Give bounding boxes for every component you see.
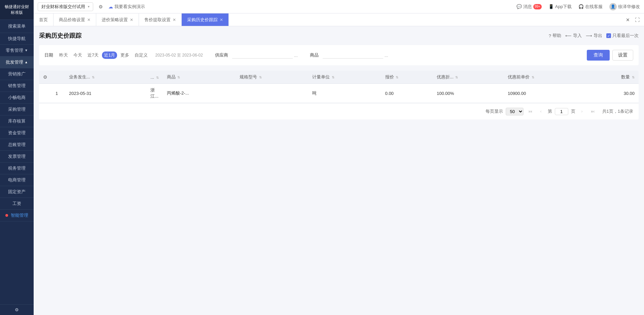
demo-link[interactable]: ☁ 我要看实例演示 <box>108 4 145 10</box>
table-header-date[interactable]: 业务发生... ⇅ <box>65 71 146 84</box>
table-header-goods[interactable]: 商品 ⇅ <box>163 71 236 84</box>
per-page-select[interactable]: 50 <box>506 108 524 115</box>
sidebar-item-ecom-small[interactable]: 小畅电商 <box>0 92 34 104</box>
table-header-spec[interactable]: 规格型号 ⇅ <box>236 71 308 84</box>
sidebar-item-quicknav[interactable]: 快捷导航 <box>0 33 34 45</box>
table-header-unit[interactable]: 计量单位 ⇅ <box>308 71 381 84</box>
sidebar-item-inventory[interactable]: 库存核算 <box>0 115 34 127</box>
gear-icon[interactable]: ⚙ <box>43 74 47 80</box>
tab-expand-button[interactable]: ⛶ <box>633 16 641 24</box>
sort-icon-qty: ⇅ <box>632 75 635 79</box>
page-header: 采购历史价跟踪 ? 帮助 ⟵ 导入 ⟶ 导出 ✓ <box>39 32 639 40</box>
tab-close-all-button[interactable]: ✕ <box>624 16 632 24</box>
supplier-input[interactable] <box>232 52 293 59</box>
table-header-more[interactable]: ... ⇅ <box>146 71 163 84</box>
sidebar-item-search[interactable]: 搜索菜单 <box>0 20 34 33</box>
row-date-cell: 2023-05-31 <box>65 84 146 103</box>
page-title: 采购历史价跟踪 <box>39 32 81 40</box>
row-qty-cell: 30.00 <box>587 84 639 103</box>
chevron-up-icon: ▲ <box>25 60 28 64</box>
sidebar-item-smart[interactable]: 智能管理 <box>0 210 34 221</box>
sort-icon-price: ⇅ <box>396 75 398 79</box>
message-button[interactable]: 💬 消息 99+ <box>516 4 542 10</box>
date-option-more[interactable]: 更多 <box>118 51 131 59</box>
goods-label: 商品 <box>310 52 319 58</box>
sort-icon-discount: ⇅ <box>455 75 458 79</box>
sidebar-item-marketing[interactable]: 营销推广 <box>0 68 34 80</box>
message-icon: 💬 <box>516 4 522 9</box>
row-goods-cell: 丙烯酸-2-... <box>163 84 236 103</box>
pagination-total: 共1页，1条记录 <box>602 108 633 114</box>
sidebar-item-sales[interactable]: 销售管理 <box>0 80 34 92</box>
user-menu[interactable]: 👤 徐泽华修改 <box>609 3 640 10</box>
tab-close-price[interactable]: ✕ <box>87 18 91 22</box>
goods-more-button[interactable]: ... <box>385 53 388 58</box>
goods-input[interactable] <box>323 52 383 59</box>
tab-home[interactable]: 首页 <box>34 13 53 26</box>
pagination-last-button[interactable]: ⏭ <box>589 107 597 115</box>
date-option-1month[interactable]: 近1月 <box>102 51 117 59</box>
tab-purchase-history[interactable]: 采购历史价跟踪 ✕ <box>182 13 229 26</box>
date-options: 昨天 今天 近7天 近1月 更多 自定义 <box>57 51 150 59</box>
row-price-cell: 0.00 <box>381 84 433 103</box>
version-selector[interactable]: 好业财标准版交付试用 ▾ <box>38 2 93 11</box>
cloud-icon: ☁ <box>108 4 113 9</box>
app-download-button[interactable]: 📱 App下载 <box>548 4 572 10</box>
settings-button[interactable]: 设置 <box>612 50 633 61</box>
query-button[interactable]: 查询 <box>587 50 610 61</box>
sidebar-item-tax[interactable]: 税务管理 <box>0 163 34 174</box>
import-icon: ⟵ <box>565 33 572 38</box>
main-area: 好业财标准版交付试用 ▾ ⚙ ☁ 我要看实例演示 💬 消息 99+ 📱 App下… <box>34 0 644 315</box>
sidebar-item-purchase[interactable]: 采购管理 <box>0 104 34 115</box>
table-header-discount[interactable]: 优惠折... ⇅ <box>433 71 504 84</box>
tab-bar: 首页 商品价格设置 ✕ 进价策略设置 ✕ 售价提取设置 ✕ 采购历史价跟踪 ✕ … <box>34 13 644 26</box>
supplier-more-button[interactable]: ... <box>294 53 298 58</box>
sidebar-item-accounting[interactable]: 总账管理 <box>0 139 34 151</box>
sort-icon-pre-price: ⇅ <box>532 75 534 79</box>
table-header-gear: ⚙ <box>39 71 51 84</box>
pagination-next-button[interactable]: › <box>578 107 586 115</box>
sidebar-item-ecom[interactable]: 电商管理 <box>0 174 34 186</box>
date-option-custom[interactable]: 自定义 <box>133 51 150 59</box>
data-table-container: ⚙ 业务发生... ⇅ ... ⇅ <box>39 71 639 119</box>
table-row: 1 2023-05-31 浙江... 丙烯酸-2-... 吨 0.00 100.… <box>39 84 639 103</box>
table-header-num <box>51 71 65 84</box>
topbar-settings-icon[interactable]: ⚙ <box>99 4 103 9</box>
tab-close-purchase-strategy[interactable]: ✕ <box>130 18 133 22</box>
date-option-today[interactable]: 今天 <box>71 51 84 59</box>
help-button[interactable]: ? 帮助 <box>549 33 561 39</box>
row-spec-cell <box>236 84 308 103</box>
tab-price[interactable]: 商品价格设置 ✕ <box>53 13 96 26</box>
date-range-display: 2023-05-02 至 2023-06-02 <box>155 53 203 58</box>
import-button[interactable]: ⟵ 导入 <box>565 33 582 39</box>
data-table: ⚙ 业务发生... ⇅ ... ⇅ <box>39 71 639 103</box>
row-unit-cell: 吨 <box>308 84 381 103</box>
export-button[interactable]: ⟶ 导出 <box>586 33 602 39</box>
sidebar-settings-button[interactable]: ⚙ <box>0 304 34 315</box>
last-only-checkbox[interactable]: ✓ 只看最后一次 <box>606 33 639 39</box>
sidebar-item-payroll[interactable]: 工资 <box>0 198 34 210</box>
row-pre-price-cell: 10900.00 <box>504 84 587 103</box>
goods-filter: ... <box>323 52 388 59</box>
pagination-first-button[interactable]: ⏮ <box>526 107 534 115</box>
date-option-yesterday[interactable]: 昨天 <box>57 51 70 59</box>
sidebar-item-retail[interactable]: 零售管理 ▼ <box>0 45 34 57</box>
support-button[interactable]: 🎧 在线客服 <box>578 4 603 10</box>
table-header-pre-price[interactable]: 优惠前单价 ⇅ <box>504 71 587 84</box>
sidebar-item-assets[interactable]: 固定资产 <box>0 186 34 198</box>
tab-close-purchase-history[interactable]: ✕ <box>220 18 223 22</box>
chevron-down-icon: ▼ <box>25 48 28 52</box>
date-option-7days[interactable]: 近7天 <box>85 51 101 59</box>
sidebar-item-wholesale[interactable]: 批发管理 ▲ <box>0 57 34 68</box>
pagination-prev-button[interactable]: ‹ <box>537 107 545 115</box>
sidebar-item-finance[interactable]: 资金管理 <box>0 127 34 139</box>
table-header-price[interactable]: 报价 ⇅ <box>381 71 433 84</box>
row-gear-cell <box>39 84 51 103</box>
table-header-qty[interactable]: 数量 ⇅ <box>587 71 639 84</box>
tab-sale-price[interactable]: 售价提取设置 ✕ <box>139 13 182 26</box>
tab-close-sale-price[interactable]: ✕ <box>173 18 176 22</box>
supplier-filter: ... <box>232 52 298 59</box>
tab-purchase-strategy[interactable]: 进价策略设置 ✕ <box>96 13 139 26</box>
sidebar-item-invoice[interactable]: 发票管理 <box>0 151 34 163</box>
page-input[interactable] <box>555 108 568 115</box>
